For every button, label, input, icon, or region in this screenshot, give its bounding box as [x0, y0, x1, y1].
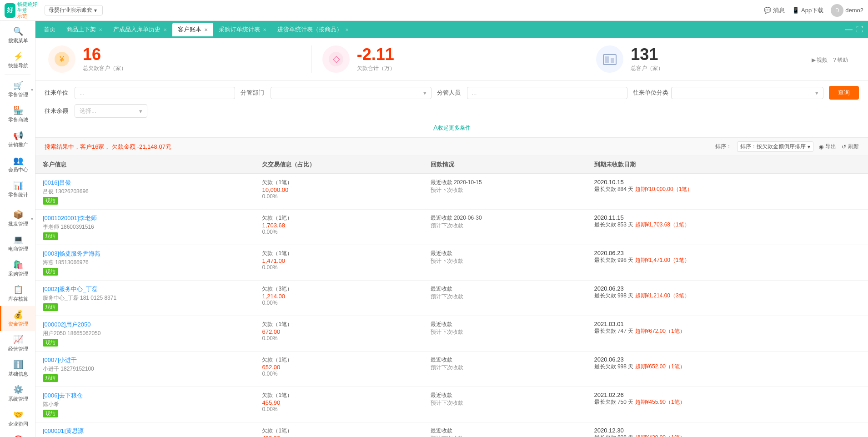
col-due-date: 到期未收款日期 [587, 156, 868, 174]
sidebar-item-purchase[interactable]: 🛍️ 采购管理 [0, 256, 35, 281]
sidebar-item-newbie[interactable]: 🎯 新手引导 [0, 431, 35, 437]
sidebar-item-retail-mall[interactable]: 🏪 零售商城 [0, 102, 35, 127]
video-action[interactable]: ▶ 视频 [812, 56, 828, 64]
help-icon: ? [833, 57, 836, 63]
owe-amount-label: 欠款合计（万） [357, 65, 395, 72]
due-date-5: 2020.06.23 [594, 356, 861, 363]
due-date-1: 2020.11.15 [594, 214, 861, 221]
message-button[interactable]: 💬 消息 [764, 6, 785, 15]
last-collect-4: 最近收款 [431, 321, 580, 328]
customer-name-0[interactable]: [0016]吕俊 [43, 179, 71, 186]
sort-select[interactable]: 排序：按欠款金额倒序排序 ▾ [737, 141, 813, 152]
table-row: [0003]畅捷服务尹海燕 海燕 18513066976 现结 欠款（1笔） 1… [35, 245, 868, 281]
source-unit-input[interactable]: ... [75, 87, 235, 99]
app-download-button[interactable]: 📱 App下载 [792, 6, 823, 15]
overdue-amount-1[interactable]: 超期¥1,703.68（1笔） [635, 221, 690, 228]
overdue-amount-4[interactable]: 超期¥672.00（1笔） [635, 328, 685, 334]
cell-customer-4: [000002]用户2050 用户2050 18665062050 现结 [35, 316, 255, 352]
sidebar-item-member[interactable]: 👥 会员中心 [0, 152, 35, 177]
search-button[interactable]: 查询 [829, 86, 859, 100]
filter-balance: 往来余额 选择... ▾ [45, 104, 859, 118]
svg-rect-5 [605, 56, 609, 63]
sidebar-item-basic[interactable]: ℹ️ 基础信息 [0, 356, 35, 381]
dept-arrow-icon: ▾ [423, 90, 426, 96]
owe-customers-icon: ¥ [48, 45, 75, 73]
tab-home[interactable]: 首页 [38, 23, 61, 36]
balance-select[interactable]: 选择... ▾ [75, 104, 147, 118]
tab-import-stats[interactable]: 进货单统计表（按商品） ✕ [272, 23, 354, 36]
cell-customer-1: [0001020001]李老师 李老师 18600391516 现结 [35, 210, 255, 245]
sidebar-item-operation[interactable]: 📈 经营管理 [0, 331, 35, 356]
inventory-icon: 📋 [13, 285, 23, 295]
debt-percent-3: 0.00% [262, 300, 416, 306]
cell-collection-4: 最近收款 预计下次收款 [423, 316, 587, 352]
tab-products[interactable]: 商品上下架 ✕ [61, 23, 108, 36]
cell-due-3: 2020.06.23 最长欠款 998 天 超期¥1,214.00（3笔） [587, 281, 868, 316]
tab-close-import-stats[interactable]: ✕ [345, 27, 349, 32]
debt-amount-5: 652.00 [262, 364, 416, 371]
industry-selector[interactable]: 母婴行业演示账套 ▾ [45, 5, 103, 15]
overdue-amount-7[interactable]: 超期¥429.00（1笔） [635, 434, 685, 437]
due-date-4: 2021.03.01 [594, 321, 861, 327]
overdue-amount-2[interactable]: 超期¥1,471.00（1笔） [635, 257, 690, 263]
sidebar-item-finance[interactable]: 💰 资金管理 [0, 306, 35, 331]
sidebar-item-search[interactable]: 🔍 搜索菜单 [0, 23, 35, 48]
customer-name-5[interactable]: [0007]小进千 [43, 357, 77, 363]
user-profile[interactable]: D demo2 [831, 4, 863, 17]
stat-value-wrap-total: 131 总客户（家） [631, 46, 663, 72]
overdue-amount-0[interactable]: 超期¥10,000.00（1笔） [635, 186, 693, 192]
debt-percent-0: 0.00% [262, 193, 416, 200]
tab-customer-account[interactable]: 客户账本 ✕ [172, 23, 213, 36]
refresh-button[interactable]: ↺ 刷新 [842, 143, 859, 151]
overdue-amount-5[interactable]: 超期¥652.00（1笔） [635, 363, 685, 370]
overdue-info-6: 最长欠款 750 天 超期¥455.90（1笔） [594, 398, 861, 406]
tab-production[interactable]: 产成品入库单历史 ✕ [108, 23, 172, 36]
customer-name-4[interactable]: [000002]用户2050 [43, 321, 91, 328]
customer-name-1[interactable]: [0001020001]李老师 [43, 215, 97, 221]
sidebar-item-marketing[interactable]: 📢 营销推广 [0, 127, 35, 152]
tab-expand-icon[interactable]: ⛶ [856, 25, 863, 34]
chevron-down-icon: ▾ [94, 7, 97, 14]
sidebar-item-system[interactable]: ⚙️ 系统管理 [0, 381, 35, 406]
sidebar-item-quick-nav[interactable]: ⚡ 快捷导航 [0, 48, 35, 73]
sidebar-item-retail-stats[interactable]: 📊 零售统计 [0, 177, 35, 202]
results-info: 搜索结果中，客户16家， 欠款金额 -21,148.07元 [45, 143, 171, 151]
sidebar-item-retail-mgmt[interactable]: 🛒 零售管理 ▾ [0, 77, 35, 102]
overdue-info-7: 最长欠款 808 天 超期¥429.00（1笔） [594, 434, 861, 437]
customer-name-3[interactable]: [0002]服务中心_丁磊 [43, 286, 98, 292]
debt-amount-2: 1,471.00 [262, 257, 416, 264]
sidebar-divider [5, 75, 30, 75]
help-action[interactable]: ? 帮助 [833, 56, 848, 64]
overdue-amount-6[interactable]: 超期¥455.90（1笔） [635, 399, 685, 405]
tab-purchase-order[interactable]: 采购订单统计表 ✕ [213, 23, 272, 36]
sidebar-item-batch-mgmt[interactable]: 📦 批发管理 ▾ [0, 206, 35, 231]
overdue-amount-3[interactable]: 超期¥1,214.00（3笔） [635, 292, 690, 299]
person-input[interactable]: ... [467, 87, 627, 99]
next-collect-7: 预计下次收款 [431, 435, 580, 437]
last-collect-5: 最近收款 [431, 356, 580, 364]
tab-collapse-icon[interactable]: — [845, 25, 853, 34]
sidebar-item-ecommerce[interactable]: 💻 电商管理 [0, 231, 35, 256]
tab-close-products[interactable]: ✕ [99, 27, 102, 32]
customer-name-2[interactable]: [0003]畅捷服务尹海燕 [43, 250, 100, 257]
debt-percent-5: 0.00% [262, 371, 416, 377]
dept-select[interactable]: ▾ [271, 87, 431, 99]
customer-name-7[interactable]: [000001]黄思源 [43, 427, 84, 434]
last-collect-6: 最近收款 [431, 392, 580, 399]
overdue-days-2: 最长欠款 998 天 [594, 257, 635, 263]
svg-text:◇: ◇ [332, 54, 340, 64]
tab-close-customer-account[interactable]: ✕ [204, 27, 208, 32]
collapse-row[interactable]: ⋀ 收起更多条件 [45, 122, 859, 132]
sidebar-item-enterprise[interactable]: 🤝 企业协同 [0, 406, 35, 431]
sidebar-item-inventory[interactable]: 📋 库存核算 [0, 281, 35, 306]
export-button[interactable]: ◉ 导出 [819, 143, 836, 151]
category-select[interactable]: ▾ [671, 87, 823, 99]
tab-close-production[interactable]: ✕ [163, 27, 167, 32]
lightning-icon: ⚡ [13, 51, 23, 61]
cell-due-0: 2020.10.15 最长欠款 884 天 超期¥10,000.00（1笔） [587, 174, 868, 210]
cell-collection-1: 最近收款 2020-06-30 预计下次收款 [423, 210, 587, 245]
tab-close-purchase-order[interactable]: ✕ [263, 27, 266, 32]
cell-customer-5: [0007]小进千 小进千 18279152100 现结 [35, 352, 255, 387]
customer-name-6[interactable]: [0006]去下粮仓 [43, 392, 83, 399]
logo-icon: 好 [5, 3, 15, 18]
